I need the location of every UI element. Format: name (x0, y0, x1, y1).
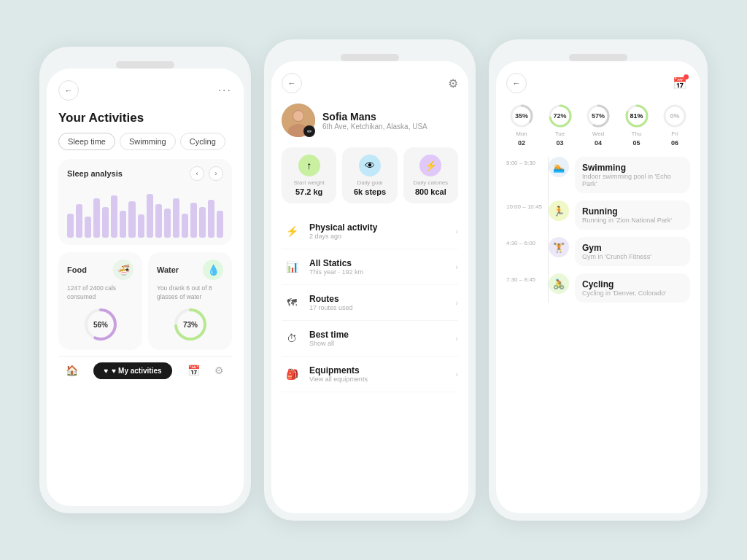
more-button-1[interactable]: ··· (218, 84, 232, 97)
tab-sleep[interactable]: Sleep time (58, 133, 115, 150)
water-card: Water 💧 You drank 6 out of 8 glasses of … (148, 252, 232, 350)
nav-calendar[interactable]: 📅 (187, 365, 200, 376)
menu-arrow-best-time: › (455, 334, 458, 343)
day-num-tue: 03 (556, 139, 563, 147)
goal-value: 6k steps (348, 187, 391, 196)
menu-all-statics[interactable]: 📊 All Statics This year · 192 km › (282, 249, 458, 285)
stat-goal: 👁 Daily goal 6k steps (342, 147, 397, 203)
profile-info: Sofia Mans 6th Ave, Ketchikan, Alaska, U… (322, 111, 427, 131)
running-title: Running (582, 206, 683, 217)
activity-tabs: Sleep time Swimming Cycling (58, 133, 232, 150)
phone-notch-3 (569, 54, 627, 61)
sleep-bar (199, 207, 206, 238)
water-label: Water (157, 265, 179, 274)
menu-routes[interactable]: 🗺 Routes 17 routes used › (282, 285, 458, 321)
stat-weight: ↑ Start weight 57.2 kg (282, 147, 336, 203)
menu-sub-physical: 2 days ago (309, 233, 448, 240)
swimming-sub: Indoor swimming pool in 'Echo Park' (582, 173, 683, 187)
menu-physical-activity[interactable]: ⚡ Physical activity 2 days ago › (282, 214, 458, 249)
cycling-icon: 🚴 (549, 273, 569, 294)
activities-title: Your Activities (58, 111, 232, 125)
nav-activities[interactable]: ♥ ♥ My activities (93, 362, 171, 379)
calendar-button[interactable]: 📅 (670, 73, 690, 93)
swimming-title: Swimming (582, 163, 683, 173)
gym-card: Gym Gym in 'Crunch Fitness' (575, 237, 690, 266)
day-tue[interactable]: 72% Tue 03 (548, 104, 573, 147)
day-wed[interactable]: 57% Wed 04 (586, 104, 611, 147)
sleep-prev-btn[interactable]: ‹ (190, 166, 204, 181)
bottom-nav-1: 🏠 ♥ ♥ My activities 📅 ⚙ (58, 356, 232, 385)
sleep-next-btn[interactable]: › (209, 166, 223, 181)
avatar-edit-btn[interactable]: ✏ (303, 125, 315, 137)
day-label-thu: Thu (632, 131, 642, 137)
cycling-card: Cycling Cycling in 'Denver, Colorado' (575, 273, 690, 303)
swimming-card: Swimming Indoor swimming pool in 'Echo P… (575, 157, 690, 193)
my-activities-label: ♥ My activities (112, 367, 161, 375)
menu-main-statics: All Statics (309, 258, 448, 268)
menu-sub-best-time: Show all (309, 340, 448, 347)
sleep-bar (85, 217, 91, 238)
svg-text:56%: 56% (93, 321, 107, 329)
menu-main-routes: Routes (309, 294, 448, 304)
weight-label: Start weight (287, 179, 330, 186)
sleep-bar (173, 198, 179, 238)
tab-swimming[interactable]: Swimming (120, 133, 176, 150)
nav-settings[interactable]: ⚙ (214, 365, 224, 376)
menu-equipments[interactable]: 🎒 Equipments View all equipments › (282, 357, 458, 392)
day-circle-wed: 57% (586, 104, 611, 128)
back-button-1[interactable]: ← (58, 80, 79, 101)
days-row: 35% Mon 02 72% Tue 03 (506, 104, 690, 147)
menu-sub-routes: 17 routes used (309, 304, 448, 311)
menu-arrow-physical: › (455, 227, 458, 236)
sleep-bar (120, 211, 126, 238)
food-icon: 🍜 (113, 260, 133, 280)
day-fri[interactable]: 0% Fri 06 (662, 104, 687, 147)
weight-icon: ↑ (298, 155, 320, 176)
schedule-section: 9:00 – 9:30 🏊 Swimming Indoor swimming p… (506, 157, 690, 303)
sleep-header: Sleep analysis ‹ › (67, 166, 223, 181)
water-icon: 💧 (203, 260, 223, 280)
nav-home[interactable]: 🏠 (66, 365, 78, 376)
tab-cycling[interactable]: Cycling (180, 133, 225, 150)
svg-point-9 (293, 111, 303, 121)
menu-list: ⚡ Physical activity 2 days ago › 📊 All S… (282, 214, 458, 392)
cycling-sub: Cycling in 'Denver, Colorado' (582, 289, 683, 297)
running-icon: 🏃 (549, 201, 569, 221)
food-progress-ring: 56% (82, 306, 119, 343)
water-card-header: Water 💧 (157, 260, 223, 280)
sleep-bar (147, 194, 153, 238)
sleep-bar (190, 203, 197, 238)
back-button-2[interactable]: ← (282, 73, 302, 93)
equipments-icon: 🎒 (282, 364, 302, 384)
menu-arrow-statics: › (455, 262, 458, 271)
top-bar-2: ← ⚙ (282, 73, 458, 93)
heart-icon: ♥ (104, 367, 108, 375)
schedule-running: 10:00 – 10:45 🏃 Running Running in 'Zion… (506, 201, 690, 230)
routes-icon: 🗺 (282, 292, 302, 313)
sleep-analysis-card: Sleep analysis ‹ › (58, 159, 232, 245)
day-mon[interactable]: 35% Mon 02 (509, 104, 534, 147)
phone-schedule: ← 📅 35% Mon 02 (489, 39, 708, 521)
food-card-header: Food 🍜 (67, 260, 133, 280)
running-card: Running Running in 'Zion National Park' (575, 201, 690, 230)
phone-profile: ← ⚙ ✏ Sofia Mans (264, 39, 476, 521)
profile-location: 6th Ave, Ketchikan, Alaska, USA (322, 122, 427, 131)
menu-arrow-equip: › (455, 370, 458, 378)
sleep-nav: ‹ › (190, 166, 223, 181)
schedule-cycling: 7:30 – 8:45 🚴 Cycling Cycling in 'Denver… (506, 273, 690, 303)
back-button-3[interactable]: ← (506, 73, 527, 93)
day-thu[interactable]: 81% Thu 05 (624, 104, 649, 147)
food-label: Food (67, 265, 87, 274)
day-label-mon: Mon (516, 131, 527, 137)
day-num-wed: 04 (595, 139, 602, 147)
day-circle-fri: 0% (662, 104, 687, 128)
water-progress-ring: 73% (172, 306, 209, 343)
menu-best-time[interactable]: ⏱ Best time Show all › (282, 321, 458, 357)
sleep-bar (93, 198, 100, 238)
sleep-bar (164, 209, 171, 238)
menu-main-physical: Physical activity (309, 222, 448, 233)
food-card: Food 🍜 1247 of 2400 cals consumed 56% (58, 252, 142, 350)
top-bar-1: ← ··· (58, 80, 232, 101)
menu-main-equip: Equipments (309, 365, 448, 376)
settings-icon-2[interactable]: ⚙ (448, 77, 458, 90)
